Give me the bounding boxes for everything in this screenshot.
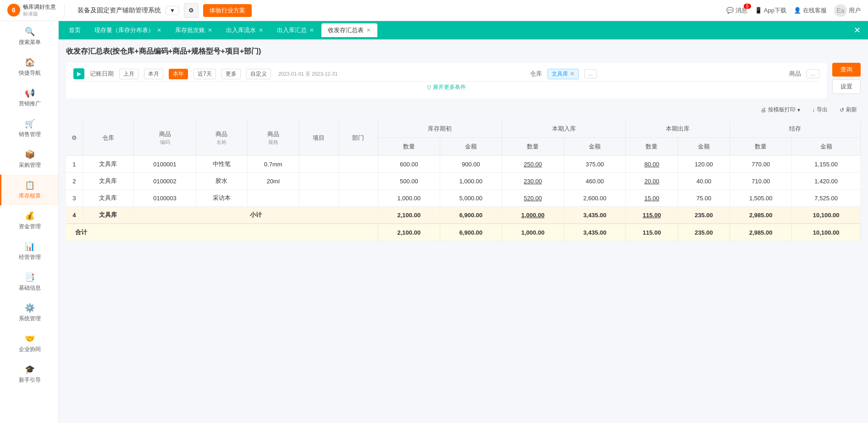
sidebar-item-inventory[interactable]: 📋 库存核算 [0, 175, 58, 205]
warehouse-more-btn[interactable]: ... [584, 69, 597, 78]
header-left: 6 畅库调好生意 标准版 装备及固定资产辅助管理系统 ▼ ⚙ 体验行业方案 [7, 3, 252, 18]
cell-balance-amount: 1,420.00 [792, 173, 861, 190]
query-btn[interactable]: 查询 [832, 63, 861, 77]
cell-out-qty[interactable]: 80.00 [626, 156, 678, 173]
sidebar-item-quick-nav-label: 快捷导航 [19, 69, 41, 77]
user-label: 用户 [849, 6, 861, 15]
sidebar-item-purchase[interactable]: 📦 采购管理 [0, 144, 58, 175]
cell-in-qty[interactable]: 520.00 [502, 190, 564, 207]
date-btn-this-year[interactable]: 本年 [169, 69, 188, 79]
total-balance-qty: 2,985.00 [730, 224, 792, 241]
th-balance-amount: 金额 [792, 138, 861, 156]
cell-out-qty[interactable]: 15.00 [626, 190, 678, 207]
sidebar-item-sales[interactable]: 🛒 销售管理 [0, 113, 58, 144]
tab-home[interactable]: 首页 [62, 23, 87, 37]
total-out-amount: 235.00 [678, 224, 730, 241]
tab-inout-flow[interactable]: 出入库流水 ✕ [220, 23, 270, 37]
cell-goods-code: 0100002 [134, 173, 196, 190]
tab-batch-label: 库存批次账 [175, 26, 205, 34]
total-open-qty: 2,100.00 [378, 224, 440, 241]
cell-goods-name: 采访本 [196, 190, 247, 207]
subtotal-balance-qty: 2,985.00 [730, 207, 792, 224]
sidebar-item-newbie[interactable]: 🎓 新手引导 [0, 359, 58, 390]
tab-receive-send-close[interactable]: ✕ [366, 27, 371, 33]
cell-goods-name: 胶水 [196, 173, 247, 190]
online-service-btn[interactable]: 👤 在线客服 [794, 6, 827, 15]
cell-no: 1 [66, 156, 83, 173]
cell-in-qty[interactable]: 250.00 [502, 156, 564, 173]
main-layout: 🔍 搜索菜单 🏠 快捷导航 📢 营销推广 🛒 销售管理 📦 采购管理 📋 库存核… [0, 21, 868, 423]
print-template-btn[interactable]: 🖨 按模板打印 ▾ [757, 104, 804, 115]
th-in-amount: 金额 [564, 138, 626, 156]
tab-batch-close[interactable]: ✕ [208, 27, 212, 33]
total-open-amount: 6,900.00 [440, 224, 502, 241]
subtotal-out-amount: 235.00 [678, 207, 730, 224]
th-settings[interactable]: ⚙ [66, 120, 83, 156]
sidebar-item-finance[interactable]: 💰 资金管理 [0, 205, 58, 236]
data-table: ⚙ 仓库 商品编码 商品名称 商品规格 项目 部门 库存期初 本期入库 本期出库… [66, 120, 861, 241]
goods-more-btn[interactable]: ... [807, 69, 819, 78]
tab-inout-summary-close[interactable]: ✕ [310, 27, 314, 33]
th-out-amount: 金额 [678, 138, 730, 156]
date-btn-last-month[interactable]: 上月 [119, 69, 138, 79]
sidebar-item-search[interactable]: 🔍 搜索菜单 [0, 21, 58, 52]
cell-project [299, 173, 338, 190]
sidebar-item-quick-nav[interactable]: 🏠 快捷导航 [0, 52, 58, 82]
cell-goods-name: 中性笔 [196, 156, 247, 173]
cell-out-qty[interactable]: 20.00 [626, 173, 678, 190]
sidebar-item-operations[interactable]: 📊 经营管理 [0, 236, 58, 267]
sidebar-item-basic-info[interactable]: 📑 基础信息 [0, 267, 58, 297]
cell-balance-qty: 710.00 [730, 173, 792, 190]
tab-stock-dist-label: 现存量（库存分布表） [94, 26, 154, 34]
warehouse-tag-value: 文具库 [552, 70, 568, 78]
tab-stock-dist[interactable]: 现存量（库存分布表） ✕ [88, 23, 168, 37]
system-name: 装备及固定资产辅助管理系统 [77, 6, 161, 15]
page-content: 收发存汇总表(按仓库+商品编码+商品+规格型号+项目+部门) ▶ 记账日期 上月… [59, 39, 868, 423]
date-btn-custom[interactable]: 自定义 [246, 69, 271, 79]
logo-subtitle: 标准版 [23, 11, 56, 17]
cell-dept [338, 156, 378, 173]
expand-more-btn[interactable]: ▽ 展开更多条件 [73, 81, 819, 93]
refresh-btn[interactable]: ↺ 刷新 [836, 104, 861, 115]
user-btn[interactable]: Ea 用户 [834, 4, 861, 17]
message-btn[interactable]: 💬 消息 6 [726, 6, 747, 15]
tab-bar-close-all[interactable]: ✕ [850, 25, 864, 35]
tab-receive-send[interactable]: 收发存汇总表 ✕ [321, 23, 377, 37]
filter-toggle-btn[interactable]: ▶ [73, 68, 84, 79]
subtotal-out-qty: 115.00 [626, 207, 678, 224]
sidebar-item-system[interactable]: ⚙️ 系统管理 [0, 297, 58, 328]
app-download-label: App下载 [764, 6, 786, 15]
export-btn[interactable]: ↓ 导出 [808, 104, 831, 115]
cell-goods-spec [247, 190, 299, 207]
system-selector[interactable]: ▼ [166, 6, 179, 15]
cell-in-qty[interactable]: 230.00 [502, 173, 564, 190]
online-service-label: 在线客服 [803, 6, 827, 15]
date-range-display: 2023-01-01 至 2023-12-31 [278, 71, 338, 77]
sidebar-item-system-label: 系统管理 [19, 315, 41, 323]
settings-btn-sidebar[interactable]: 设置 [832, 79, 861, 94]
cell-warehouse: 文具库 [83, 156, 134, 173]
cell-out-amount: 40.00 [678, 173, 730, 190]
date-btn-this-month[interactable]: 本月 [144, 69, 163, 79]
tab-inout-flow-close[interactable]: ✕ [259, 27, 263, 33]
app-download-btn[interactable]: 📱 App下载 [755, 6, 786, 15]
sidebar-item-basic-info-label: 基础信息 [19, 284, 41, 292]
cell-goods-code: 0100003 [134, 190, 196, 207]
settings-btn[interactable]: ⚙ [184, 3, 199, 18]
tab-inout-summary[interactable]: 出入库汇总 ✕ [271, 23, 321, 37]
warehouse-filter-tag[interactable]: 文具库 ✕ [547, 69, 579, 79]
cell-dept [338, 190, 378, 207]
sidebar-item-enterprise[interactable]: 🤝 企业协同 [0, 328, 58, 359]
sidebar-item-operations-label: 经营管理 [19, 253, 41, 261]
newbie-icon: 🎓 [25, 364, 35, 374]
tab-stock-dist-close[interactable]: ✕ [157, 27, 161, 33]
cell-balance-amount: 7,525.00 [792, 190, 861, 207]
cell-out-amount: 75.00 [678, 190, 730, 207]
date-btn-more[interactable]: 更多 [221, 69, 241, 79]
sidebar-item-marketing[interactable]: 📢 营销推广 [0, 82, 58, 113]
total-out-qty: 115.00 [626, 224, 678, 241]
try-industry-btn[interactable]: 体验行业方案 [203, 4, 252, 17]
tab-batch[interactable]: 库存批次账 ✕ [169, 23, 219, 37]
warehouse-tag-remove[interactable]: ✕ [570, 71, 575, 77]
date-btn-7days[interactable]: 近7天 [194, 69, 216, 79]
